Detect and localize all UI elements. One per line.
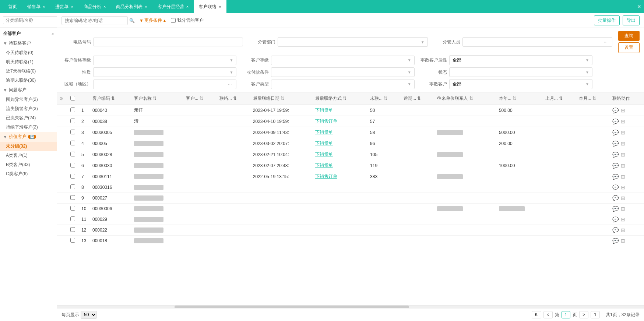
page-size-select[interactable]: 50: [81, 311, 97, 319]
message-icon[interactable]: 💬: [612, 107, 619, 113]
sidebar-group-problem[interactable]: ▼ 问题客户: [0, 85, 57, 95]
tab-purchase[interactable]: 进货单 ×: [50, 0, 78, 13]
first-page-button[interactable]: K: [532, 311, 541, 318]
row-checkbox[interactable]: [70, 152, 75, 156]
row-checkbox[interactable]: [70, 107, 75, 112]
sidebar-search-input[interactable]: [3, 16, 57, 24]
close-icon[interactable]: ×: [43, 4, 45, 9]
col-name[interactable]: 客户名称 ⇅: [132, 92, 184, 105]
close-icon[interactable]: ×: [186, 4, 189, 9]
contact-way-link[interactable]: 下销货单: [315, 107, 333, 113]
grid-icon[interactable]: ⊞: [621, 206, 625, 212]
next-page-button[interactable]: >: [579, 311, 588, 318]
message-icon[interactable]: 💬: [612, 174, 619, 180]
grid-icon[interactable]: ⊞: [621, 184, 625, 190]
batch-ops-button[interactable]: 批量操作: [594, 15, 620, 25]
grid-icon[interactable]: ⊞: [621, 238, 625, 244]
row-checkbox[interactable]: [70, 206, 75, 211]
col-this-month[interactable]: 本月... ⇅: [577, 92, 610, 105]
grid-icon[interactable]: ⊞: [621, 130, 625, 135]
horizontal-scrollbar[interactable]: [57, 305, 644, 308]
message-icon[interactable]: 💬: [612, 141, 619, 147]
col-last-month[interactable]: 上月... ⇅: [543, 92, 577, 105]
col-type[interactable]: 客户... ⇅: [184, 92, 217, 105]
select-manager[interactable]: ···: [462, 37, 612, 47]
close-icon[interactable]: ×: [103, 4, 106, 9]
grid-icon[interactable]: ⊞: [621, 216, 625, 222]
nav-home[interactable]: 首页: [3, 0, 22, 13]
grid-icon[interactable]: ⊞: [621, 174, 625, 180]
contact-way-link[interactable]: 下销售订单: [315, 119, 337, 124]
search-input[interactable]: [61, 16, 128, 25]
col-code[interactable]: 客户编码 ⇅: [90, 92, 132, 105]
sidebar-item-ungroupe[interactable]: 未分组(32): [0, 142, 57, 151]
col-last-date[interactable]: 最后联络日期 ⇅: [251, 92, 313, 105]
grid-icon[interactable]: ⊞: [621, 195, 625, 201]
select-payment[interactable]: ▼: [271, 67, 414, 77]
grid-icon[interactable]: ⊞: [621, 152, 625, 158]
tab-customer-contact[interactable]: 客户联络 ×: [194, 0, 226, 13]
close-icon[interactable]: ×: [71, 4, 73, 9]
message-icon[interactable]: 💬: [612, 216, 619, 222]
row-checkbox[interactable]: [70, 130, 75, 134]
message-icon[interactable]: 💬: [612, 238, 619, 244]
message-icon[interactable]: 💬: [612, 195, 619, 201]
row-checkbox[interactable]: [70, 238, 75, 243]
close-icon[interactable]: ×: [145, 4, 147, 9]
row-checkbox[interactable]: [70, 216, 75, 221]
sidebar-item-today[interactable]: 今天待联络(0): [0, 48, 57, 57]
select-nature[interactable]: ▼: [93, 67, 236, 77]
grid-icon[interactable]: ⊞: [621, 227, 625, 233]
search-icon[interactable]: 🔍: [129, 18, 135, 23]
sidebar-group-value[interactable]: ▼ 价值客户 🔄: [0, 132, 57, 142]
sidebar-item-churn-warn[interactable]: 流失预警客户(3): [0, 104, 57, 113]
sidebar-item-overdue[interactable]: 逾期未联络(30): [0, 76, 57, 85]
message-icon[interactable]: 💬: [612, 130, 619, 135]
tab-analysis-list[interactable]: 商品分析列表 ×: [111, 0, 152, 13]
contact-way-link[interactable]: 下销货单: [315, 152, 333, 157]
select-price-grade[interactable]: ▼: [93, 56, 236, 65]
select-cust-type[interactable]: ▼: [271, 80, 414, 89]
close-all-button[interactable]: ×: [637, 3, 641, 11]
select-region[interactable]: ···: [93, 80, 236, 89]
sidebar-item-class-b[interactable]: B类客户(33): [0, 160, 57, 169]
row-checkbox[interactable]: [70, 141, 75, 145]
export-button[interactable]: 导出: [623, 15, 640, 25]
close-icon[interactable]: ×: [219, 4, 221, 9]
tab-customer-segment[interactable]: 客户分层经营 ×: [152, 0, 194, 13]
grid-icon[interactable]: ⊞: [621, 119, 625, 124]
my-customers-checkbox[interactable]: [171, 18, 176, 23]
contact-way-link[interactable]: 下销货单: [315, 141, 333, 146]
reset-button[interactable]: 设置: [618, 42, 640, 53]
col-last-way[interactable]: 最后联络方式 ⇅: [313, 92, 368, 105]
row-checkbox[interactable]: [70, 195, 75, 200]
sidebar-item-class-c[interactable]: C类客户(6): [0, 169, 57, 179]
sidebar-item-churned[interactable]: 已流失客户(24): [0, 113, 57, 123]
select-retail[interactable]: 全部 ▼: [449, 79, 592, 89]
message-icon[interactable]: 💬: [612, 227, 619, 233]
grid-icon[interactable]: ⊞: [621, 141, 625, 147]
select-status[interactable]: ▼: [449, 67, 592, 77]
select-cust-grade[interactable]: ▼: [271, 56, 414, 65]
col-contact[interactable]: 联络... ⇅: [217, 92, 251, 105]
sidebar-group-pending[interactable]: ▼ 待联络客户: [0, 38, 57, 48]
select-dept[interactable]: ▼: [278, 37, 427, 47]
input-phone[interactable]: [93, 38, 243, 46]
sidebar-item-class-a[interactable]: A类客户(1): [0, 151, 57, 160]
dots-icon[interactable]: ···: [602, 39, 609, 45]
row-checkbox[interactable]: [70, 119, 75, 123]
collapse-icon[interactable]: «: [52, 32, 54, 36]
contact-way-link[interactable]: 下销货单: [315, 163, 333, 168]
message-icon[interactable]: 💬: [612, 163, 619, 169]
col-overdue[interactable]: 逾期... ⇅: [401, 92, 435, 105]
sidebar-item-declining[interactable]: 持续下滑客户(2): [0, 123, 57, 132]
select-retail-attr[interactable]: 全部 ▼: [449, 55, 592, 65]
prev-page-button[interactable]: <: [543, 311, 553, 318]
query-button[interactable]: 查询: [618, 31, 640, 41]
row-checkbox[interactable]: [70, 174, 75, 179]
row-checkbox[interactable]: [70, 227, 75, 232]
contact-way-link[interactable]: 下销货单: [315, 130, 333, 135]
contact-way-link[interactable]: 下销售订单: [315, 174, 337, 179]
last-page-button[interactable]: 1: [591, 311, 600, 318]
col-this-year[interactable]: 本年... ⇅: [497, 92, 543, 105]
